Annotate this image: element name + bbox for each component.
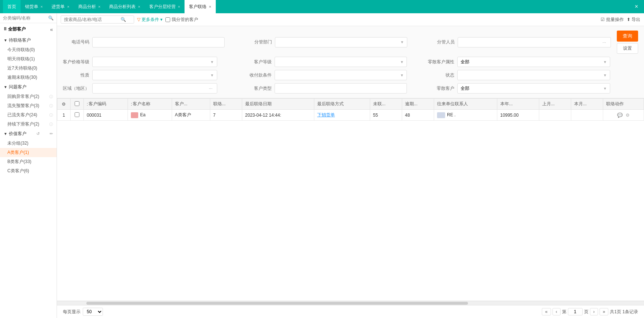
filter-more-button[interactable]: ▽ 更多条件 ▾ xyxy=(137,17,162,23)
close-customer-tier-tab[interactable]: × xyxy=(178,4,180,9)
info-icon: ⓘ xyxy=(49,94,53,99)
row-last-method[interactable]: 下销货单 xyxy=(314,110,370,121)
gear-column-header[interactable]: ⚙ xyxy=(57,99,71,110)
search-box: 🔍 xyxy=(61,15,134,24)
next-page-button[interactable]: › xyxy=(590,308,598,315)
last-method-link[interactable]: 下销货单 xyxy=(317,112,335,117)
tab-goods-list[interactable]: 商品分析列表 × xyxy=(105,0,144,13)
sidebar-collapse-button[interactable]: « xyxy=(50,26,53,32)
row-this-year: 10995.00 xyxy=(497,110,539,121)
close-sales-tab[interactable]: × xyxy=(40,4,43,9)
message-icon[interactable]: 💬 xyxy=(617,113,623,118)
close-goods-list-tab[interactable]: × xyxy=(138,4,140,9)
filter-row-3: 性质 ▼ 收付款条件 ▼ 状态 xyxy=(63,68,638,82)
tab-sales[interactable]: 销货单 × xyxy=(21,0,47,13)
close-customer-contact-tab[interactable]: × xyxy=(209,4,211,9)
horizontal-scrollbar[interactable] xyxy=(57,301,644,305)
col-last-month: 上月... xyxy=(539,99,571,110)
sidebar-search-icon[interactable]: 🔍 xyxy=(48,15,54,21)
row-type: A类客户 xyxy=(172,110,210,121)
status-select[interactable]: ▼ xyxy=(457,70,610,80)
phone-input[interactable] xyxy=(92,37,225,47)
refresh-icon[interactable]: ↺ xyxy=(36,131,40,136)
toolbar: 🔍 ▽ 更多条件 ▾ 我分管的客户 ☑ 批量操作 ⬆ 导出 xyxy=(57,13,644,26)
row-action: 💬 ⚙ xyxy=(603,110,644,121)
row-select-checkbox[interactable] xyxy=(75,112,79,117)
select-all-checkbox[interactable] xyxy=(75,101,79,106)
sidebar-item-churned[interactable]: 已流失客户(24) ⓘ xyxy=(0,110,57,120)
more-options-icon[interactable]: ··· xyxy=(207,86,214,91)
my-customers-checkbox[interactable]: 我分管的客户 xyxy=(165,17,198,23)
scatter-select[interactable]: 全部 ▼ xyxy=(457,83,610,93)
sidebar-item-today-pending[interactable]: 今天待联络(0) xyxy=(0,45,57,54)
scatter-attr-select[interactable]: 全部 ▼ xyxy=(457,57,610,67)
sidebar-item-churn-warning[interactable]: 流失预警客户(3) ⓘ xyxy=(0,101,57,110)
tab-purchase[interactable]: 进货单 × xyxy=(47,0,74,13)
sidebar-item-repurchase-abnormal[interactable]: 回购异常客户(2) ⓘ xyxy=(0,92,57,101)
tab-goods-analysis[interactable]: 商品分析 × xyxy=(74,0,105,13)
action-gear-icon[interactable]: ⚙ xyxy=(626,113,630,118)
info-icon: ⓘ xyxy=(49,103,53,109)
region-select[interactable]: ··· xyxy=(92,83,217,93)
my-customers-check[interactable] xyxy=(165,17,170,22)
page-size-select[interactable]: 50 100 200 xyxy=(83,308,103,316)
close-goods-analysis-tab[interactable]: × xyxy=(98,4,100,9)
filter-scatter: 零散客户 全部 ▼ xyxy=(428,83,610,93)
sidebar-item-tomorrow-pending[interactable]: 明天待联络(1) xyxy=(0,54,57,64)
close-all-button[interactable]: × xyxy=(632,3,641,10)
search-icon[interactable]: 🔍 xyxy=(121,17,126,22)
close-purchase-tab[interactable]: × xyxy=(67,4,69,9)
col-contact: 联络... xyxy=(210,99,242,110)
setting-button[interactable]: 设置 xyxy=(617,43,638,54)
section-problem-customers[interactable]: ▼ 问题客户 xyxy=(0,82,57,92)
section-pending-contact[interactable]: ▼ 待联络客户 xyxy=(0,35,57,45)
row-checkbox[interactable] xyxy=(71,110,84,121)
sidebar-item-declining[interactable]: 持续下滑客户(2) ⓘ xyxy=(0,120,57,129)
sidebar-search-input[interactable] xyxy=(3,15,48,21)
filter-region: 区域（地区） ··· xyxy=(63,83,245,93)
customer-level-select[interactable]: ▼ xyxy=(275,57,407,67)
sidebar-item-c-class[interactable]: C类客户(6) xyxy=(0,166,57,176)
more-options-icon[interactable]: ··· xyxy=(601,40,608,45)
filter-status: 状态 ▼ xyxy=(428,70,610,80)
search-input[interactable] xyxy=(64,17,119,22)
sidebar-item-7days-pending[interactable]: 近7天待联络(0) xyxy=(0,64,57,73)
page-number-input[interactable] xyxy=(568,308,583,315)
row-last-date: 2023-04-12 14:44: xyxy=(242,110,314,121)
filter-row-2: 客户价格等级 ▼ 客户等级 ▼ 零散客户属性 全部 xyxy=(63,55,638,68)
filter-dept: 分管部门 ▼ xyxy=(246,37,428,47)
query-button[interactable]: 查询 xyxy=(617,31,638,42)
nature-select[interactable]: ▼ xyxy=(92,70,217,80)
customer-type-input[interactable] xyxy=(275,83,407,93)
sidebar-item-b-class[interactable]: B类客户(33) xyxy=(0,157,57,166)
col-action: 联络动作 xyxy=(603,99,644,110)
gear-icon[interactable]: ⚙ xyxy=(62,102,66,107)
row-overdue: 48 xyxy=(402,110,434,121)
sidebar-item-unclassified[interactable]: 未分组(32) xyxy=(0,139,57,148)
all-customers-title: ⠿ 全部客户 xyxy=(4,26,26,32)
content-area: 🔍 ▽ 更多条件 ▾ 我分管的客户 ☑ 批量操作 ⬆ 导出 xyxy=(57,13,644,318)
sidebar-item-a-class[interactable]: A类客户(1) xyxy=(0,148,57,157)
tab-customer-contact[interactable]: 客户联络 × xyxy=(185,0,215,13)
scrollbar-thumb[interactable] xyxy=(86,302,468,305)
filter-customer-type: 客户类型 xyxy=(245,83,427,93)
payment-select[interactable]: ▼ xyxy=(275,70,407,80)
sidebar-item-overdue-pending[interactable]: 逾期未联络(30) xyxy=(0,73,57,82)
tab-customer-tier[interactable]: 客户分层经营 × xyxy=(145,0,185,13)
col-this-month: 本月... xyxy=(571,99,603,110)
export-button[interactable]: ⬆ 导出 xyxy=(627,17,640,23)
tab-home[interactable]: 首页 xyxy=(3,0,21,13)
first-page-button[interactable]: « xyxy=(542,308,551,315)
arrow-icon: ▼ xyxy=(4,38,7,42)
edit-icon[interactable]: ✏ xyxy=(50,131,53,136)
price-level-select[interactable]: ▼ xyxy=(92,57,217,67)
filter-row-1: 电话号码 分管部门 ▼ 分管人员 ··· xyxy=(63,29,638,55)
col-last-date: 最后联络日期 xyxy=(242,99,314,110)
row-code: 000031 xyxy=(84,110,128,121)
person-select[interactable]: ··· xyxy=(458,37,611,47)
batch-operation-button[interactable]: ☑ 批量操作 xyxy=(601,17,624,23)
prev-page-button[interactable]: ‹ xyxy=(552,308,561,315)
dept-select[interactable]: ▼ xyxy=(275,37,407,47)
section-value-customers[interactable]: ▼ 价值客户 ↺ ✏ xyxy=(0,129,57,139)
last-page-button[interactable]: » xyxy=(600,308,609,315)
